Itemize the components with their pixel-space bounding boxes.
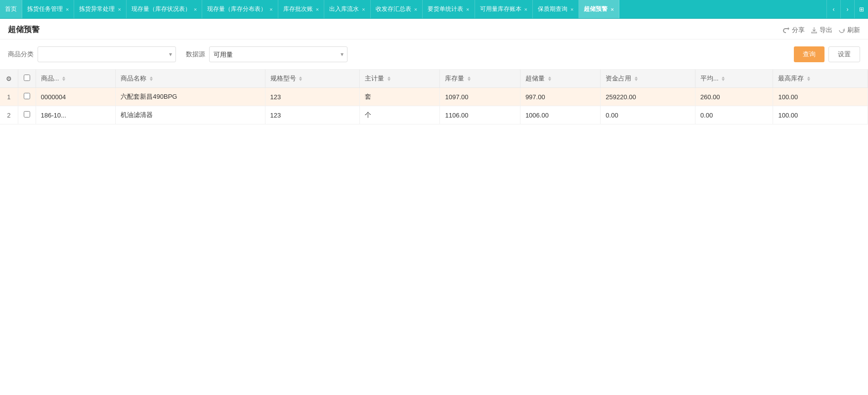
nav-tab-3-label: 现存量（库存状况表）	[131, 5, 191, 13]
close-icon[interactable]: ×	[66, 6, 69, 12]
page-header: 超储预警 分享 导出 刷新	[0, 19, 868, 40]
category-label: 商品分类	[8, 50, 34, 59]
nav-tab-7[interactable]: 收发存汇总表 ×	[371, 0, 423, 19]
export-icon	[811, 27, 818, 34]
datasource-select-wrap: 可用量 ▾	[209, 46, 347, 62]
unit: 个	[360, 106, 440, 124]
settings-button[interactable]: 设置	[828, 46, 860, 62]
nav-tab-1[interactable]: 拣货任务管理 ×	[22, 0, 74, 19]
close-icon[interactable]: ×	[269, 6, 272, 12]
col-spec[interactable]: 规格型号	[265, 70, 360, 88]
col-gear: ⚙	[0, 70, 18, 88]
table-body: 1 0000004 六配套新昌490BPG 123 套 1097.00 997.…	[0, 88, 868, 124]
stock: 1106.00	[440, 106, 520, 124]
nav-tab-4-label: 现存量（库存分布表）	[207, 5, 266, 13]
close-icon[interactable]: ×	[466, 6, 469, 12]
max-stock: 100.00	[773, 88, 868, 106]
category-select[interactable]	[38, 46, 176, 62]
product-code: 186-10...	[36, 106, 116, 124]
col-checkbox	[18, 70, 36, 88]
close-icon[interactable]: ×	[194, 6, 197, 12]
refresh-label: 刷新	[847, 26, 860, 35]
nav-tab-3[interactable]: 现存量（库存状况表） ×	[127, 0, 202, 19]
capital: 259220.00	[601, 88, 695, 106]
table-row: 2 186-10... 机油滤清器 123 个 1106.00 1006.00 …	[0, 106, 868, 124]
share-label: 分享	[792, 26, 805, 35]
refresh-button[interactable]: 刷新	[838, 26, 860, 35]
row-checkbox[interactable]	[24, 111, 30, 118]
sort-icon	[468, 77, 471, 81]
col-product-name[interactable]: 商品名称	[116, 70, 265, 88]
nav-tab-5-label: 库存批次账	[283, 5, 313, 13]
nav-tab-9-label: 可用量库存账本	[480, 5, 521, 13]
sort-icon	[299, 77, 302, 81]
row-checkbox-cell	[18, 106, 36, 124]
nav-tab-home-label: 首页	[5, 5, 17, 13]
nav-arrows: ‹ › ⊞	[826, 0, 868, 19]
nav-tab-4[interactable]: 现存量（库存分布表） ×	[202, 0, 278, 19]
close-icon[interactable]: ×	[316, 6, 319, 12]
close-icon[interactable]: ×	[524, 6, 527, 12]
share-button[interactable]: 分享	[783, 26, 805, 35]
data-table: ⚙ 商品... 商品名称	[0, 70, 868, 124]
close-icon[interactable]: ×	[362, 6, 365, 12]
sort-icon	[388, 77, 391, 81]
nav-tab-11-label: 超储预警	[584, 5, 608, 13]
nav-tab-10[interactable]: 保质期查询 ×	[533, 0, 579, 19]
category-filter: 商品分类 ▾	[8, 46, 176, 62]
nav-next-button[interactable]: ›	[840, 0, 854, 19]
filter-area: 商品分类 ▾ 数据源 可用量 ▾ 查询 设置	[0, 40, 868, 70]
spec: 123	[265, 88, 360, 106]
capital: 0.00	[601, 106, 695, 124]
nav-tab-9[interactable]: 可用量库存账本 ×	[475, 0, 533, 19]
nav-tab-6-label: 出入库流水	[329, 5, 359, 13]
row-checkbox[interactable]	[24, 93, 30, 99]
col-max-stock[interactable]: 最高库存	[773, 70, 868, 88]
unit: 套	[360, 88, 440, 106]
gear-icon[interactable]: ⚙	[6, 75, 12, 82]
query-button[interactable]: 查询	[794, 46, 825, 62]
col-unit[interactable]: 主计量	[360, 70, 440, 88]
nav-tab-home[interactable]: 首页	[0, 0, 22, 19]
select-all-checkbox[interactable]	[24, 75, 30, 81]
avg: 260.00	[695, 88, 773, 106]
datasource-select[interactable]: 可用量	[209, 46, 347, 62]
col-stock[interactable]: 库存量	[440, 70, 520, 88]
col-avg[interactable]: 平均...	[695, 70, 773, 88]
nav-tab-2-label: 拣货异常处理	[79, 5, 115, 13]
header-actions: 分享 导出 刷新	[783, 26, 860, 35]
close-icon[interactable]: ×	[610, 6, 613, 12]
table-header-row: ⚙ 商品... 商品名称	[0, 70, 868, 88]
close-icon[interactable]: ×	[414, 6, 417, 12]
max-stock: 100.00	[773, 106, 868, 124]
close-icon[interactable]: ×	[118, 6, 121, 12]
stock: 1097.00	[440, 88, 520, 106]
nav-tab-8[interactable]: 要货单统计表 ×	[423, 0, 475, 19]
nav-tab-1-label: 拣货任务管理	[27, 5, 63, 13]
col-overstock[interactable]: 超储量	[520, 70, 600, 88]
nav-tab-7-label: 收发存汇总表	[376, 5, 411, 13]
sort-icon	[722, 77, 725, 81]
nav-tab-6[interactable]: 出入库流水 ×	[324, 0, 370, 19]
nav-tab-2[interactable]: 拣货异常处理 ×	[74, 0, 126, 19]
nav-expand-button[interactable]: ⊞	[854, 0, 868, 19]
page-title: 超储预警	[8, 25, 40, 35]
export-button[interactable]: 导出	[811, 26, 832, 35]
refresh-icon	[838, 27, 845, 34]
nav-tab-5[interactable]: 库存批次账 ×	[278, 0, 324, 19]
table-row: 1 0000004 六配套新昌490BPG 123 套 1097.00 997.…	[0, 88, 868, 106]
close-icon[interactable]: ×	[570, 6, 573, 12]
row-checkbox-cell	[18, 88, 36, 106]
datasource-label: 数据源	[186, 50, 205, 59]
col-capital[interactable]: 资金占用	[601, 70, 695, 88]
export-label: 导出	[820, 26, 832, 35]
product-name: 机油滤清器	[116, 106, 265, 124]
nav-prev-button[interactable]: ‹	[826, 0, 840, 19]
nav-tab-10-label: 保质期查询	[538, 5, 567, 13]
page-container: 超储预警 分享 导出 刷新	[0, 19, 868, 395]
spec: 123	[265, 106, 360, 124]
nav-tab-11[interactable]: 超储预警 ×	[579, 0, 619, 19]
col-product-code[interactable]: 商品...	[36, 70, 116, 88]
datasource-filter: 数据源 可用量 ▾	[186, 46, 347, 62]
category-select-wrap: ▾	[38, 46, 176, 62]
